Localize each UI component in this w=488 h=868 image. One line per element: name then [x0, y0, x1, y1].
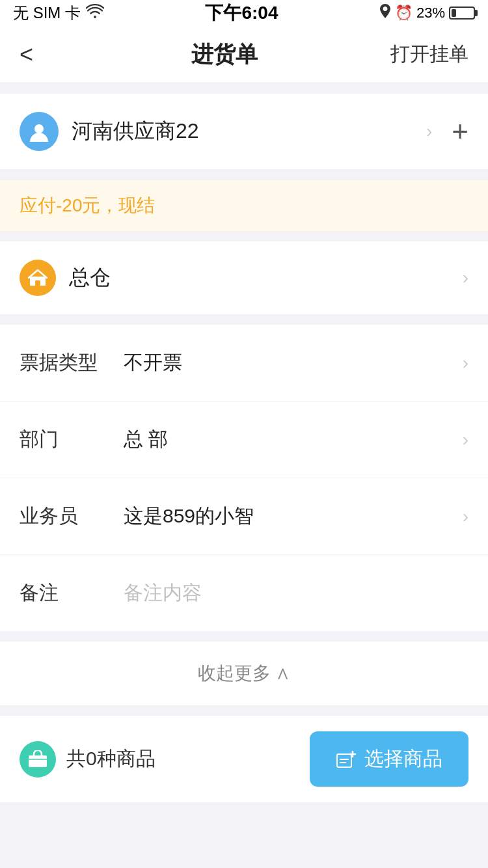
battery-icon	[449, 7, 475, 20]
remark-placeholder[interactable]: 备注内容	[124, 580, 468, 606]
supplier-card: 河南供应商22 › +	[0, 94, 488, 170]
status-time: 下午6:04	[205, 1, 278, 25]
salesman-label: 业务员	[20, 503, 98, 530]
bottom-bar: 共0种商品 选择商品	[0, 716, 488, 802]
product-count-area: 共0种商品	[20, 741, 156, 778]
svg-rect-2	[35, 280, 40, 286]
supplier-avatar	[20, 112, 59, 151]
invoice-type-arrow-icon: ›	[463, 353, 468, 373]
location-icon	[379, 4, 391, 22]
warehouse-icon	[20, 260, 56, 296]
notice-text: 应付-20元，现结	[20, 195, 155, 215]
svg-point-0	[34, 124, 44, 133]
product-icon	[20, 741, 56, 778]
carrier-label: 无 SIM 卡	[13, 3, 81, 23]
remark-row[interactable]: 备注 备注内容	[0, 555, 488, 631]
warehouse-name: 总仓	[69, 264, 463, 292]
collapse-label[interactable]: 收起更多 ∧	[198, 661, 291, 686]
salesman-value: 这是859的小智	[124, 503, 463, 530]
salesman-row[interactable]: 业务员 这是859的小智 ›	[0, 478, 488, 555]
svg-rect-3	[29, 755, 47, 767]
svg-rect-4	[337, 754, 351, 767]
remark-label: 备注	[20, 580, 98, 606]
supplier-arrow-icon: ›	[426, 121, 432, 142]
battery-percent: 23%	[416, 5, 445, 21]
open-pending-button[interactable]: 打开挂单	[390, 41, 468, 68]
status-bar: 无 SIM 卡 下午6:04 ⏰ 23%	[0, 0, 488, 26]
content-area: 河南供应商22 › + 应付-20元，现结 总仓 › 票据类型 不开票 › 部	[0, 94, 488, 868]
department-label: 部门	[20, 426, 98, 453]
product-count-text: 共0种商品	[66, 746, 156, 772]
page-title: 进货单	[191, 40, 258, 70]
salesman-arrow-icon: ›	[463, 506, 468, 527]
department-value: 总 部	[124, 426, 463, 453]
select-product-label: 选择商品	[364, 746, 442, 772]
gray-fill-area	[0, 802, 488, 868]
form-card: 票据类型 不开票 › 部门 总 部 › 业务员 这是859的小智 › 备注 备注…	[0, 325, 488, 631]
status-right: ⏰ 23%	[379, 4, 475, 22]
department-arrow-icon: ›	[463, 429, 468, 450]
add-supplier-button[interactable]: +	[452, 117, 468, 146]
collapse-row[interactable]: 收起更多 ∧	[0, 642, 488, 705]
wifi-icon	[86, 4, 104, 22]
alarm-icon: ⏰	[395, 5, 413, 21]
supplier-row[interactable]: 河南供应商22 › +	[0, 94, 488, 170]
nav-bar: < 进货单 打开挂单	[0, 26, 488, 83]
invoice-type-row[interactable]: 票据类型 不开票 ›	[0, 325, 488, 401]
supplier-name: 河南供应商22	[72, 117, 426, 146]
warehouse-arrow-icon: ›	[463, 267, 468, 288]
invoice-type-value: 不开票	[124, 349, 463, 376]
nav-separator	[0, 83, 488, 94]
department-row[interactable]: 部门 总 部 ›	[0, 401, 488, 478]
status-left: 无 SIM 卡	[13, 3, 104, 23]
select-product-button[interactable]: 选择商品	[310, 731, 468, 787]
warehouse-row[interactable]: 总仓 ›	[0, 241, 488, 314]
notice-banner: 应付-20元，现结	[0, 180, 488, 231]
invoice-type-label: 票据类型	[20, 349, 98, 376]
back-button[interactable]: <	[20, 41, 59, 68]
